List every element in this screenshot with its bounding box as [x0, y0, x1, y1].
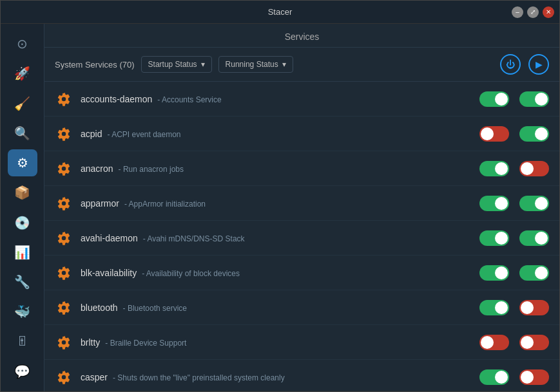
service-toggles: [479, 91, 549, 107]
table-row: anacron - Run anacron jobs: [44, 151, 559, 186]
table-row: avahi-daemon - Avahi mDNS/DNS-SD Stack: [44, 221, 559, 256]
close-button[interactable]: ✕: [543, 6, 554, 18]
main-layout: ⊙ 🚀 🧹 🔍 ⚙ 📦 💿 📊 🔧 🐳 🎚 💬 Services System …: [1, 24, 559, 391]
service-info: avahi-daemon - Avahi mDNS/DNS-SD Stack: [81, 233, 479, 243]
running-toggle[interactable]: [519, 196, 549, 211]
service-gear-icon: [55, 333, 73, 351]
sidebar-item-charts[interactable]: 📊: [8, 239, 37, 266]
toggle-knob: [535, 232, 548, 245]
service-toggles: [479, 161, 549, 176]
service-info: bluetooth - Bluetooth service: [81, 303, 479, 313]
play-all-button[interactable]: ▶: [528, 54, 549, 75]
startup-status-dropdown[interactable]: Startup Status ▾: [141, 56, 212, 73]
table-row: blk-availability - Availability of block…: [44, 256, 559, 290]
toggle-knob: [495, 162, 508, 175]
service-info: blk-availability - Availability of block…: [81, 268, 479, 278]
service-name: avahi-daemon: [81, 233, 138, 243]
sidebar-item-packages[interactable]: 📦: [8, 179, 37, 206]
service-toggles: [479, 196, 549, 211]
startup-toggle[interactable]: [479, 196, 509, 211]
service-desc: - Availability of block devices: [142, 269, 240, 278]
service-desc: - ACPI event daemon: [107, 130, 180, 139]
toggle-knob: [521, 301, 534, 314]
service-toggles: [479, 335, 549, 350]
service-desc: - Avahi mDNS/DNS-SD Stack: [143, 234, 245, 243]
toggle-knob: [521, 371, 534, 384]
toggle-knob: [535, 127, 548, 140]
startup-toggle[interactable]: [479, 161, 509, 176]
service-info: brltty - Braille Device Support: [81, 337, 479, 348]
sidebar-item-docker[interactable]: 🐳: [8, 298, 37, 325]
services-list: accounts-daemon - Accounts Service acpid…: [44, 82, 559, 391]
toggle-knob: [495, 301, 508, 314]
sidebar-item-dashboard[interactable]: ⊙: [8, 30, 37, 57]
service-info: casper - Shuts down the "live" preinstal…: [81, 372, 479, 382]
running-toggle[interactable]: [519, 265, 549, 281]
toggle-knob: [535, 197, 548, 210]
sidebar-item-mixer[interactable]: 🎚: [8, 328, 37, 355]
service-info: anacron - Run anacron jobs: [81, 163, 479, 174]
startup-toggle[interactable]: [479, 369, 509, 385]
toggle-knob: [521, 162, 534, 175]
service-name: accounts-daemon: [81, 94, 152, 104]
startup-toggle[interactable]: [479, 265, 509, 281]
toggle-knob: [495, 371, 508, 384]
service-gear-icon: [55, 368, 73, 386]
running-toggle[interactable]: [519, 161, 549, 176]
power-all-button[interactable]: ⏻: [500, 54, 521, 75]
restore-button[interactable]: ⤢: [527, 6, 539, 18]
sidebar-item-services[interactable]: ⚙: [8, 149, 37, 176]
service-name: acpid: [81, 129, 102, 139]
service-desc: - AppArmor initialization: [124, 200, 206, 209]
running-toggle[interactable]: [519, 230, 549, 246]
section-title: Services: [44, 24, 559, 48]
startup-toggle[interactable]: [479, 300, 509, 315]
power-icon: ⏻: [506, 59, 515, 70]
sidebar-item-startup[interactable]: 🚀: [8, 60, 37, 87]
sidebar-item-resources[interactable]: 💿: [8, 209, 37, 236]
toggle-knob: [535, 93, 548, 106]
sidebar: ⊙ 🚀 🧹 🔍 ⚙ 📦 💿 📊 🔧 🐳 🎚 💬: [1, 24, 44, 391]
service-toggles: [479, 300, 549, 315]
content-area: Services System Services (70) Startup St…: [44, 24, 559, 391]
startup-toggle[interactable]: [479, 126, 509, 142]
table-row: bluetooth - Bluetooth service: [44, 290, 559, 325]
startup-toggle[interactable]: [479, 230, 509, 246]
running-toggle[interactable]: [519, 91, 549, 107]
service-name: blk-availability: [81, 268, 137, 278]
minimize-button[interactable]: –: [512, 6, 523, 18]
service-name: anacron: [81, 163, 113, 174]
running-toggle[interactable]: [519, 369, 549, 385]
service-gear-icon: [55, 125, 73, 143]
sidebar-item-cleaner[interactable]: 🧹: [8, 90, 37, 117]
running-toggle[interactable]: [519, 126, 549, 142]
service-gear-icon: [55, 299, 73, 317]
startup-toggle[interactable]: [479, 91, 509, 107]
app-window: Stacer – ⤢ ✕ ⊙ 🚀 🧹 🔍 ⚙ 📦 💿 📊 🔧 🐳 🎚 💬 Ser…: [0, 0, 560, 392]
sidebar-item-terminal[interactable]: 💬: [8, 358, 37, 385]
running-toggle[interactable]: [519, 335, 549, 350]
service-gear-icon: [55, 90, 73, 108]
toggle-knob: [495, 232, 508, 245]
running-status-dropdown[interactable]: Running Status ▾: [218, 56, 293, 73]
service-name: casper: [81, 372, 108, 382]
chevron-down-icon: ▾: [201, 60, 205, 69]
service-toggles: [479, 265, 549, 281]
table-row: acpid - ACPI event daemon: [44, 117, 559, 151]
sidebar-item-tools[interactable]: 🔧: [8, 268, 37, 295]
service-desc: - Bluetooth service: [123, 304, 187, 313]
sidebar-item-search[interactable]: 🔍: [8, 120, 37, 147]
table-row: brltty - Braille Device Support: [44, 325, 559, 360]
window-controls: – ⤢ ✕: [512, 6, 554, 18]
service-desc: - Shuts down the "live" preinstalled sys…: [113, 373, 285, 382]
service-gear-icon: [55, 194, 73, 212]
service-desc: - Braille Device Support: [105, 339, 186, 348]
service-desc: - Accounts Service: [157, 95, 221, 104]
toggle-knob: [521, 336, 534, 349]
running-toggle[interactable]: [519, 300, 549, 315]
service-info: accounts-daemon - Accounts Service: [81, 94, 479, 104]
startup-toggle[interactable]: [479, 335, 509, 350]
service-name: brltty: [81, 337, 100, 348]
toggle-knob: [495, 197, 508, 210]
table-row: accounts-daemon - Accounts Service: [44, 82, 559, 117]
